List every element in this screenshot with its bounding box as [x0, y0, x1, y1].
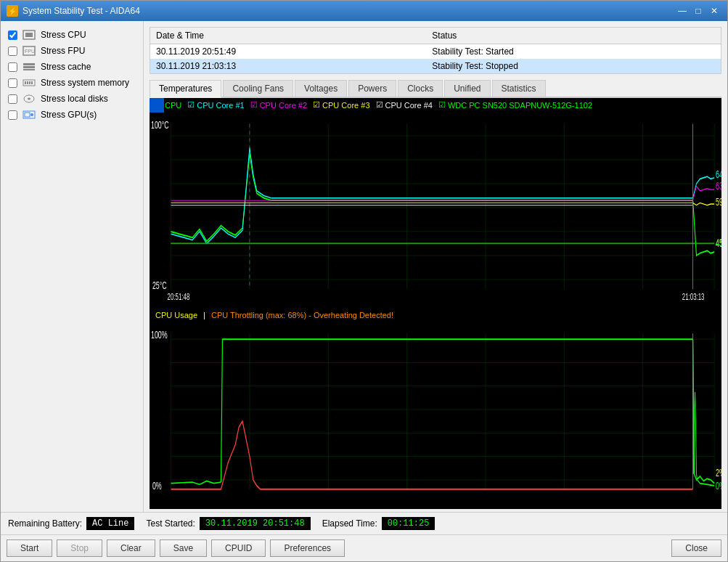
stop-button[interactable]: Stop	[57, 539, 102, 557]
title-bar: ⚡ System Stability Test - AIDA64 — □ ✕	[1, 1, 727, 21]
stress-fpu-item[interactable]: FPU Stress FPU	[7, 43, 137, 59]
tabs-container: Temperatures Cooling Fans Voltages Power…	[150, 80, 721, 98]
tab-voltages[interactable]: Voltages	[295, 80, 347, 97]
tabs: Temperatures Cooling Fans Voltages Power…	[150, 80, 721, 98]
stress-fpu-checkbox[interactable]	[8, 46, 17, 56]
temperature-chart-wrapper: ☑ CPU ☑ CPU Core #1 ☑ CPU Core #2 ☑	[150, 98, 721, 309]
elapsed-label: Elapsed Time:	[322, 518, 377, 529]
svg-rect-1	[25, 33, 33, 37]
svg-text:63: 63	[716, 180, 721, 192]
close-button[interactable]: Close	[671, 539, 721, 557]
legend-cpu-core1[interactable]: ☑ CPU Core #1	[187, 100, 244, 110]
svg-text:2%: 2%	[716, 467, 721, 479]
legend-cpu-core3[interactable]: ☑ CPU Core #3	[313, 100, 369, 110]
stress-gpu-item[interactable]: Stress GPU(s)	[7, 107, 137, 123]
save-button[interactable]: Save	[160, 539, 207, 557]
stress-disks-checkbox[interactable]	[8, 94, 17, 104]
test-started-item: Test Started: 30.11.2019 20:51:48	[146, 517, 310, 530]
window-close-button[interactable]: ✕	[707, 4, 721, 18]
ram-icon	[22, 77, 36, 89]
usage-legend: CPU Usage | CPU Throttling (max: 68%) - …	[150, 309, 721, 322]
legend-wdc-label: WDC PC SN520 SDAPNUW-512G-1102	[448, 101, 592, 110]
status-table-container: Date & Time Status 30.11.2019 20:51:49 S…	[150, 27, 721, 74]
datetime-1: 30.11.2019 20:51:49	[150, 44, 426, 60]
legend-wdc[interactable]: ☑ WDC PC SN520 SDAPNUW-512G-1102	[438, 100, 592, 110]
test-started-label: Test Started:	[146, 518, 195, 529]
legend-cpu-core2[interactable]: ☑ CPU Core #2	[250, 100, 307, 110]
tab-unified[interactable]: Unified	[444, 80, 490, 97]
legend-core3-label: CPU Core #3	[322, 101, 369, 110]
stress-gpu-checkbox[interactable]	[8, 110, 17, 120]
legend-core1-label: CPU Core #1	[197, 101, 244, 110]
cpu-icon	[22, 29, 36, 41]
svg-text:FPU: FPU	[25, 49, 35, 54]
svg-text:64: 64	[716, 168, 721, 180]
tab-statistics[interactable]: Statistics	[492, 80, 546, 97]
cache-icon	[22, 61, 36, 73]
stress-disks-label: Stress local disks	[41, 94, 108, 104]
action-bar: Start Stop Clear Save CPUID Preferences …	[1, 534, 727, 561]
elapsed-value: 00:11:25	[382, 517, 435, 530]
stress-memory-label: Stress system memory	[41, 78, 129, 88]
stress-cache-item[interactable]: Stress cache	[7, 59, 137, 75]
stress-disks-item[interactable]: Stress local disks	[7, 91, 137, 107]
stress-memory-checkbox[interactable]	[8, 78, 17, 88]
legend-core2-label: CPU Core #2	[260, 101, 307, 110]
svg-point-16	[30, 113, 33, 116]
main-window: ⚡ System Stability Test - AIDA64 — □ ✕ S…	[0, 0, 728, 562]
stress-cache-label: Stress cache	[41, 62, 91, 72]
window-title: System Stability Test - AIDA64	[23, 6, 140, 16]
start-button[interactable]: Start	[7, 539, 52, 557]
usage-separator: |	[203, 311, 205, 319]
left-panel: Stress CPU FPU Stress FPU Stress cache	[1, 21, 144, 512]
cpu-usage-title: CPU Usage	[155, 311, 197, 319]
svg-rect-6	[23, 69, 35, 70]
status-1: Stability Test: Started	[426, 44, 721, 60]
svg-rect-4	[23, 63, 35, 65]
svg-rect-15	[25, 113, 30, 117]
status-2: Stability Test: Stopped	[426, 59, 721, 73]
battery-label: Remaining Battery:	[8, 518, 82, 529]
stress-gpu-label: Stress GPU(s)	[41, 110, 97, 120]
tab-temperatures[interactable]: Temperatures	[150, 80, 221, 98]
datetime-header: Date & Time	[150, 28, 426, 44]
tab-cooling-fans[interactable]: Cooling Fans	[223, 80, 293, 97]
legend-cpu-label: CPU	[165, 101, 181, 110]
svg-text:59: 59	[716, 195, 721, 208]
stress-cache-checkbox[interactable]	[8, 62, 17, 72]
right-panel: Date & Time Status 30.11.2019 20:51:49 S…	[144, 21, 727, 512]
svg-rect-8	[25, 81, 26, 84]
minimize-button[interactable]: —	[675, 4, 690, 18]
bottom-info-bar: Remaining Battery: AC Line Test Started:…	[1, 512, 727, 534]
cpuid-button[interactable]: CPUID	[211, 539, 266, 557]
preferences-button[interactable]: Preferences	[270, 539, 345, 557]
stress-cpu-checkbox[interactable]	[8, 30, 17, 40]
legend-core4-check: ☑	[376, 100, 383, 110]
svg-point-13	[28, 98, 30, 100]
datetime-2: 30.11.2019 21:03:13	[150, 59, 426, 73]
legend-core2-check: ☑	[250, 100, 258, 110]
battery-value: AC Line	[86, 517, 134, 530]
tab-clocks[interactable]: Clocks	[398, 80, 443, 97]
legend-cpu-core4[interactable]: ☑ CPU Core #4	[376, 100, 433, 110]
gpu-icon	[22, 109, 36, 121]
status-row-1: 30.11.2019 20:51:49 Stability Test: Star…	[150, 44, 721, 60]
test-started-value: 30.11.2019 20:51:48	[200, 517, 311, 530]
legend-core1-check: ☑	[187, 100, 195, 110]
status-table: Date & Time Status 30.11.2019 20:51:49 S…	[150, 28, 721, 73]
temp-chart-svg-container: 45 100°C 25°C 20:51:48 21:03:13 64 63 59	[150, 112, 721, 304]
svg-rect-51	[150, 322, 721, 503]
selection-indicator	[150, 98, 164, 113]
stress-cpu-item[interactable]: Stress CPU	[7, 27, 137, 43]
tab-powers[interactable]: Powers	[348, 80, 396, 97]
elapsed-item: Elapsed Time: 00:11:25	[322, 517, 435, 530]
svg-rect-10	[29, 81, 30, 84]
svg-text:100%: 100%	[151, 328, 168, 341]
stress-memory-item[interactable]: Stress system memory	[7, 75, 137, 91]
svg-text:21:03:13: 21:03:13	[682, 291, 705, 302]
legend-core3-check: ☑	[313, 100, 320, 110]
cpu-throttling-title: CPU Throttling (max: 68%) - Overheating …	[211, 311, 393, 319]
fpu-icon: FPU	[22, 45, 36, 57]
clear-button[interactable]: Clear	[107, 539, 155, 557]
maximize-button[interactable]: □	[691, 4, 705, 18]
